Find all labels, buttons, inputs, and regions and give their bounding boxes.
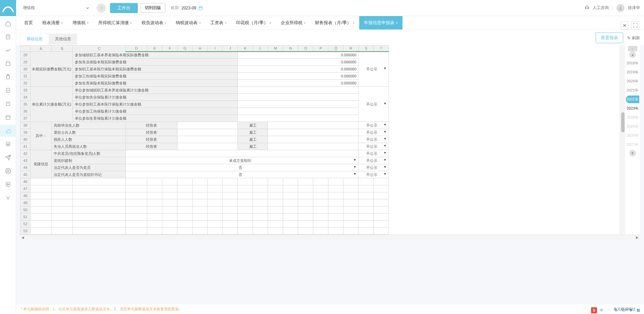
cell-50-19[interactable]: [374, 206, 389, 213]
nav-checklist-icon[interactable]: [0, 84, 16, 97]
cell-52-0[interactable]: [31, 221, 52, 228]
cell-53-3[interactable]: [126, 228, 147, 235]
cell-52-12[interactable]: [268, 221, 283, 228]
cell-47-13[interactable]: [283, 185, 298, 192]
nav-play-icon[interactable]: [0, 178, 16, 190]
opval-r41[interactable]: [177, 143, 238, 150]
col-header-A[interactable]: A: [31, 46, 52, 52]
label-r36[interactable]: 单位参加工伤保险累计欠缴金额: [73, 108, 238, 115]
tab-9[interactable]: 财务报表（月/季）×: [310, 16, 359, 29]
tab-close-icon[interactable]: ×: [225, 21, 227, 25]
value-r34[interactable]: [238, 94, 359, 101]
tab-6[interactable]: 工资表×: [206, 16, 231, 29]
visibility-r41[interactable]: 不公示▼: [359, 143, 389, 150]
cell-46-3[interactable]: [126, 178, 147, 185]
spreadsheet[interactable]: ABCDEFGHIJKLMNOPQRST 28本期实际缴费金额(万元)参加城镇职…: [20, 45, 620, 235]
value-r43[interactable]: 未成立党组织▼: [126, 157, 359, 164]
cell-46-9[interactable]: [223, 178, 238, 185]
cell-47-3[interactable]: [126, 185, 147, 192]
cell-49-2[interactable]: [73, 199, 126, 206]
cell-51-17[interactable]: [343, 213, 359, 221]
label-r34[interactable]: 单位参加失业保险累计欠缴金额: [73, 94, 238, 101]
nav-send-icon[interactable]: [0, 151, 16, 164]
cell-50-17[interactable]: [343, 206, 359, 213]
label-r45[interactable]: 法定代表人是否为党组织书记: [52, 171, 126, 178]
cell-48-0[interactable]: [31, 192, 52, 199]
cell-49-19[interactable]: [374, 199, 389, 206]
year-2023年[interactable]: 2023年: [626, 105, 639, 112]
tab-close-icon[interactable]: ×: [396, 21, 398, 25]
cell-46-8[interactable]: [208, 178, 223, 185]
row-header-41[interactable]: 41: [20, 143, 31, 150]
cell-49-0[interactable]: [31, 199, 52, 206]
row-header-43[interactable]: 43: [20, 157, 31, 164]
employee-r39[interactable]: 雇工: [238, 129, 268, 136]
row-header-50[interactable]: 50: [20, 206, 31, 213]
cell-50-12[interactable]: [268, 206, 283, 213]
group-38[interactable]: 其中：: [31, 122, 52, 150]
visibility-r38[interactable]: 不公示▼: [359, 122, 389, 129]
cell-46-4[interactable]: [147, 178, 162, 185]
cell-52-2[interactable]: [73, 221, 126, 228]
cell-47-4[interactable]: [147, 185, 162, 192]
value-r44[interactable]: 否▼: [126, 164, 359, 171]
cell-48-10[interactable]: [238, 192, 253, 199]
tab-7[interactable]: 印花税（月/季）×: [231, 16, 276, 29]
cell-50-15[interactable]: [313, 206, 328, 213]
tab-8[interactable]: 企业所得税×: [276, 16, 311, 29]
cell-51-19[interactable]: [374, 213, 389, 221]
year-rail-collapse[interactable]: ‹: [628, 46, 637, 51]
nav-doc-icon[interactable]: [0, 31, 16, 43]
cell-53-6[interactable]: [177, 228, 193, 235]
cell-50-18[interactable]: [359, 206, 374, 213]
nav-chart-icon[interactable]: [0, 44, 16, 56]
cell-46-16[interactable]: [328, 178, 343, 185]
nav-v-icon[interactable]: [0, 192, 16, 204]
cell-51-14[interactable]: [298, 213, 313, 221]
label-r30[interactable]: 参加职工基本医疗保险本期实际缴费金额: [73, 66, 238, 73]
scroll-right-icon[interactable]: ▶: [635, 235, 640, 240]
cell-47-19[interactable]: [374, 185, 389, 192]
cell-46-5[interactable]: [162, 178, 177, 185]
year-2027年[interactable]: 2027年: [626, 141, 639, 148]
visibility-r42[interactable]: 不公示▼: [359, 150, 389, 157]
col-header-H[interactable]: H: [193, 46, 208, 52]
employee-r41[interactable]: 雇工: [238, 143, 268, 150]
cell-51-4[interactable]: [147, 213, 162, 221]
user-avatar-icon[interactable]: [616, 4, 625, 12]
col-header-E[interactable]: E: [147, 46, 162, 52]
cell-50-13[interactable]: [283, 206, 298, 213]
cell-49-7[interactable]: [193, 199, 208, 206]
year-2021年[interactable]: 2021年: [626, 86, 639, 94]
cell-49-9[interactable]: [223, 199, 238, 206]
cell-51-6[interactable]: [177, 213, 193, 221]
switch-old-button[interactable]: 切到旧版: [141, 3, 165, 13]
label-r38[interactable]: 高校毕业生人数: [52, 122, 126, 129]
cell-46-13[interactable]: [283, 178, 298, 185]
cell-51-8[interactable]: [208, 213, 223, 221]
cell-53-8[interactable]: [208, 228, 223, 235]
visibility-r39[interactable]: 不公示▼: [359, 129, 389, 136]
cell-47-1[interactable]: [52, 185, 73, 192]
calendar-icon[interactable]: [198, 6, 203, 10]
year-up-icon[interactable]: ▲: [629, 51, 636, 58]
operator-r38[interactable]: 经营者: [126, 122, 177, 129]
cell-49-6[interactable]: [177, 199, 193, 206]
cell-49-13[interactable]: [283, 199, 298, 206]
cell-50-9[interactable]: [223, 206, 238, 213]
nav-cloud-icon[interactable]: [0, 125, 16, 137]
cell-49-11[interactable]: [253, 199, 268, 206]
cell-51-3[interactable]: [126, 213, 147, 221]
cell-51-1[interactable]: [52, 213, 73, 221]
col-header-N[interactable]: N: [283, 46, 298, 52]
col-header-R[interactable]: R: [343, 46, 359, 52]
value-r37[interactable]: [238, 115, 359, 122]
ime-zh-icon[interactable]: 中: [598, 307, 604, 313]
col-header-Q[interactable]: Q: [328, 46, 343, 52]
horizontal-scrollbar[interactable]: ◀ ▶: [20, 235, 640, 240]
cell-53-13[interactable]: [283, 228, 298, 235]
cell-48-3[interactable]: [126, 192, 147, 199]
value-r29[interactable]: 0.000000: [238, 59, 359, 66]
value-r32[interactable]: 0.000000: [238, 80, 359, 87]
cell-46-7[interactable]: [193, 178, 208, 185]
